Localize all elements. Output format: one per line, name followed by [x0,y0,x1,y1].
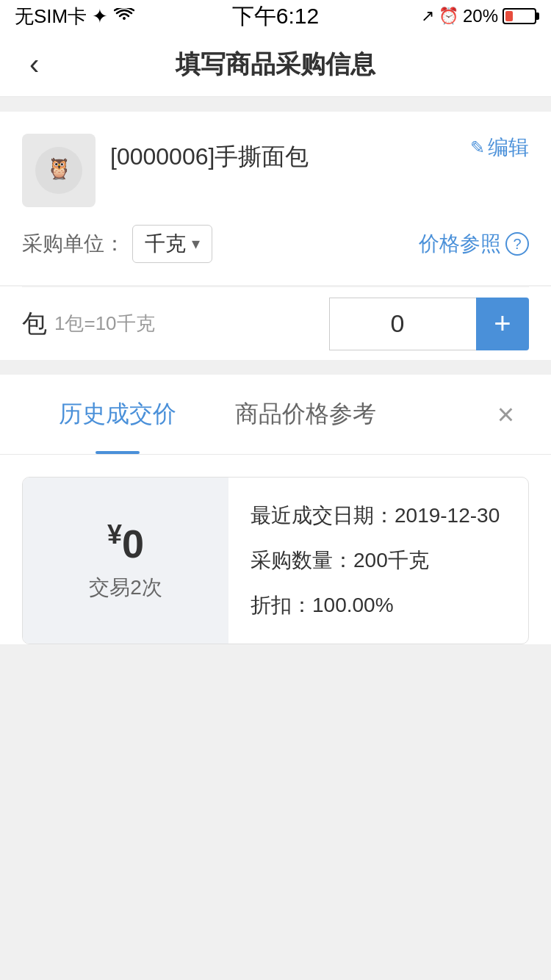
tabs-close-button[interactable]: × [490,391,522,439]
qty-unit-badge: 包 [22,307,47,341]
recent-date-value: 2019-12-30 [395,504,500,527]
tab-history-price[interactable]: 历史成交价 [29,375,206,454]
unit-dropdown[interactable]: 千克 ▾ [132,225,212,263]
dropdown-arrow-icon: ▾ [192,234,200,253]
product-card: 🦉 [0000006]手撕面包 ✎ 编辑 采购单位： 千克 ▾ 价格参照 ? [0,112,551,285]
price-ref-label: 价格参照 [419,230,501,258]
discount-label: 折扣： [251,594,312,616]
product-header: 🦉 [0000006]手撕面包 ✎ 编辑 [22,134,529,207]
quantity-row: 包 1包=10千克 + [22,287,529,360]
quantity-label: 包 1包=10千克 [22,307,155,341]
product-info: 🦉 [0000006]手撕面包 [22,134,309,207]
alarm-icon: ⏰ [439,7,458,26]
unit-value: 千克 [145,230,186,258]
tabs-section: 历史成交价 商品价格参考 × ¥0 交易2次 最近成交日期：2019-12-30 [0,375,551,644]
discount-value: 100.00% [312,594,394,616]
product-logo: 🦉 [33,145,84,196]
main-content: 🦉 [0000006]手撕面包 ✎ 编辑 采购单位： 千克 ▾ 价格参照 ? [0,112,551,980]
purchase-qty-value: 200千克 [353,549,429,572]
nav-bar: ‹ 填写商品采购信息 [0,32,551,97]
purchase-qty-row: 采购数量：200千克 [251,544,506,577]
currency-symbol: ¥ [107,519,122,550]
quantity-input[interactable] [329,298,476,350]
location-icon: ↗ [421,7,434,26]
history-details: 最近成交日期：2019-12-30 采购数量：200千克 折扣：100.00% [228,478,528,644]
recent-date-row: 最近成交日期：2019-12-30 [251,500,506,533]
carrier-text: 无SIM卡 ✦ [15,4,108,29]
tab-product-price-ref[interactable]: 商品价格参考 [206,375,406,454]
qty-plus-button[interactable]: + [476,298,529,350]
qty-conversion: 1包=10千克 [54,311,155,336]
recent-date-label: 最近成交日期： [251,504,395,527]
price-value: 0 [122,522,144,566]
status-right-group: ↗ ⏰ 20% [421,6,536,26]
quantity-section: 包 1包=10千克 + [0,287,551,360]
history-card: ¥0 交易2次 最近成交日期：2019-12-30 采购数量：200千克 折扣：… [22,477,529,644]
battery-percent: 20% [463,6,498,26]
edit-button[interactable]: ✎ 编辑 [470,134,529,162]
wifi-icon [114,5,134,28]
tabs-header: 历史成交价 商品价格参考 × [0,375,551,455]
unit-label: 采购单位： [22,230,125,258]
svg-text:🦉: 🦉 [46,156,72,181]
history-price-section: ¥0 交易2次 [23,478,228,644]
product-image: 🦉 [22,134,96,207]
qty-input-group: + [329,298,529,350]
status-bar: 无SIM卡 ✦ 下午6:12 ↗ ⏰ 20% [0,0,551,32]
trade-count: 交易2次 [89,574,162,602]
page-title: 填写商品采购信息 [176,48,375,82]
product-name: [0000006]手撕面包 [110,134,309,173]
history-price: ¥0 [107,519,144,566]
purchase-qty-label: 采购数量： [251,549,353,572]
unit-section: 采购单位： 千克 ▾ [22,225,212,263]
product-unit-row: 采购单位： 千克 ▾ 价格参照 ? [22,225,529,263]
price-ref-button[interactable]: 价格参照 ? [419,230,529,258]
status-time: 下午6:12 [232,1,319,32]
edit-icon: ✎ [470,137,485,158]
discount-row: 折扣：100.00% [251,589,506,622]
battery-icon [503,8,536,24]
tabs-list: 历史成交价 商品价格参考 [29,375,490,454]
back-button[interactable]: ‹ [22,40,46,88]
status-carrier: 无SIM卡 ✦ [15,4,134,29]
battery-fill [505,11,513,21]
help-icon: ? [505,232,529,256]
